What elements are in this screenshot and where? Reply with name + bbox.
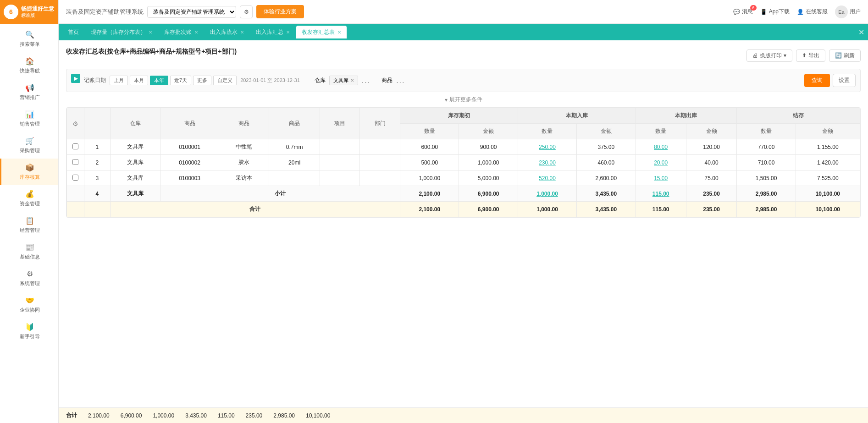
expand-more-label: 展开更多条件 (449, 96, 482, 104)
date-btn-上月[interactable]: 上月 (110, 76, 128, 85)
sidebar-item-purchase[interactable]: 🛒采购管理 (0, 132, 58, 159)
page-container: 收发存汇总表(按仓库+商品编码+商品+规格型号+项目+部门) 🖨 换版打印 ▾ … (59, 40, 868, 407)
row-checkbox[interactable] (67, 139, 84, 155)
row-out-qty[interactable]: 15.00 (636, 170, 686, 186)
date-btn-近7天[interactable]: 近7天 (170, 76, 191, 85)
tab-close-batch[interactable]: ✕ (194, 30, 198, 35)
sidebar-item-search[interactable]: 🔍搜索菜单 (0, 26, 58, 52)
row-select-checkbox[interactable] (72, 143, 78, 149)
row-checkbox[interactable] (67, 155, 84, 170)
row-checkbox[interactable] (67, 170, 84, 186)
date-btn-自定义[interactable]: 自定义 (213, 76, 237, 85)
sidebar-item-inventory[interactable]: 📦库存核算 (0, 159, 58, 185)
online-service-btn[interactable]: 👤 在线客服 (797, 8, 828, 16)
row-closing-amt: 1,420.00 (796, 155, 860, 170)
subtotal-warehouse: 文具库 (110, 186, 160, 202)
tab-close-in_out_summary[interactable]: ✕ (286, 30, 290, 35)
table-settings-icon[interactable]: ⚙ (72, 120, 78, 127)
user-avatar: Ea (835, 5, 848, 18)
row-select-checkbox[interactable] (72, 159, 78, 165)
print-btn[interactable]: 🖨 换版打印 ▾ (746, 49, 792, 62)
warehouse-tag[interactable]: 文具库 ✕ (329, 76, 358, 85)
enterprise-icon: 🤝 (25, 296, 34, 305)
row-out-qty[interactable]: 20.00 (636, 155, 686, 170)
goods-more-btn[interactable]: ... (396, 77, 405, 85)
row-project (320, 139, 360, 155)
row-in-qty[interactable]: 250.00 (518, 139, 576, 155)
tab-label-inventory_dist: 现存量（库存分布表） (91, 28, 146, 36)
tab-in_out_flow[interactable]: 出入库流水✕ (205, 26, 249, 38)
sidebar-item-enterprise[interactable]: 🤝企业协同 (0, 291, 58, 318)
sales-icon: 📊 (25, 110, 34, 119)
date-btn-更多[interactable]: 更多 (193, 76, 211, 85)
warehouse-tag-text: 文具库 (333, 77, 348, 84)
expand-more-btn[interactable]: ▾ 展开更多条件 (445, 96, 482, 104)
main-area: 装备及固定资产辅助管理系统 装备及固定资产辅助管理系统 ⚙ 体验行业方案 💬 消… (59, 0, 868, 423)
subtotal-in-amt: 3,435.00 (577, 186, 636, 202)
tab-batch[interactable]: 库存批次账✕ (159, 26, 204, 38)
sidebar-label-basic: 基础信息 (20, 253, 40, 260)
export-btn[interactable]: ⬆ 导出 (796, 49, 825, 62)
subtotal-in-qty[interactable]: 1,000.00 (518, 186, 576, 202)
system-select[interactable]: 装备及固定资产辅助管理系统 (147, 6, 236, 18)
refresh-icon: 🔄 (835, 52, 842, 59)
tab-home[interactable]: 首页 (62, 26, 84, 38)
data-table-container: ⚙ 仓库 商品 商品 商品 项目 部门 库存期初 本期入库 本期出库 (66, 107, 861, 218)
bottom-total-label: 合计 (66, 412, 77, 419)
sidebar-item-sales[interactable]: 📊销售管理 (0, 105, 58, 132)
filter-expand-arrow[interactable]: ▶ (71, 74, 80, 83)
refresh-btn[interactable]: 🔄 刷新 (829, 49, 861, 62)
subtotal-checkbox (67, 186, 84, 202)
query-btn[interactable]: 查询 (804, 74, 830, 87)
sidebar-item-system[interactable]: ⚙系统管理 (0, 265, 58, 291)
warehouse-tag-close[interactable]: ✕ (350, 78, 354, 83)
total-closing-amt: 10,100.00 (796, 202, 860, 217)
bottom-in-qty: 1,000.00 (153, 412, 174, 419)
service-icon: 👤 (797, 9, 804, 15)
tab-in_out_summary[interactable]: 出入库汇总✕ (250, 26, 295, 38)
tab-recv_send_summary[interactable]: 收发存汇总表✕ (296, 26, 347, 38)
sidebar-item-finance[interactable]: 💰资金管理 (0, 185, 58, 212)
total-spacer (84, 202, 111, 217)
trial-btn[interactable]: 体验行业方案 (256, 5, 304, 18)
marketing-icon: 📢 (25, 83, 34, 92)
total-out-amt: 235.00 (686, 202, 736, 217)
row-in-qty[interactable]: 230.00 (518, 155, 576, 170)
sidebar-item-guide[interactable]: 🔰新手引导 (0, 318, 58, 345)
tab-inventory_dist[interactable]: 现存量（库存分布表）✕ (85, 26, 158, 38)
date-btn-本月[interactable]: 本月 (130, 76, 148, 85)
sidebar: 6 畅捷通好生意 标准版 🔍搜索菜单🏠快捷导航📢营销推广📊销售管理🛒采购管理📦库… (0, 0, 59, 423)
bottom-closing-amt: 10,100.00 (306, 412, 330, 419)
subtotal-closing-amt: 10,100.00 (796, 186, 860, 202)
sidebar-item-quick[interactable]: 🏠快捷导航 (0, 52, 58, 79)
filter-settings-btn[interactable]: 设置 (833, 74, 856, 87)
date-btn-本年[interactable]: 本年 (150, 76, 168, 85)
notification-btn[interactable]: 💬 消息 6 (733, 8, 753, 16)
sidebar-item-marketing[interactable]: 📢营销推广 (0, 79, 58, 105)
col-goods-name-header: 商品 (219, 108, 269, 139)
row-closing-qty: 1,505.00 (737, 170, 796, 186)
data-table: ⚙ 仓库 商品 商品 商品 项目 部门 库存期初 本期入库 本期出库 (66, 108, 860, 217)
tab-close-recv_send_summary[interactable]: ✕ (337, 30, 341, 35)
row-out-qty[interactable]: 80.00 (636, 139, 686, 155)
tab-close-inventory_dist[interactable]: ✕ (149, 30, 152, 35)
guide-icon: 🔰 (25, 323, 34, 331)
tab-label-in_out_summary: 出入库汇总 (256, 28, 283, 36)
subtotal-out-qty[interactable]: 115.00 (636, 186, 686, 202)
close-all-tabs-btn[interactable]: ✕ (858, 28, 864, 37)
app-download-btn[interactable]: 📱 App下载 (760, 8, 790, 16)
sidebar-item-basic[interactable]: 📰基础信息 (0, 238, 58, 265)
total-label: 合计 (110, 202, 400, 217)
warehouse-more-btn[interactable]: ... (362, 77, 370, 85)
row-goods-code: 0100001 (160, 139, 219, 155)
col-settings[interactable]: ⚙ (67, 108, 84, 139)
sidebar-item-business[interactable]: 📋经营管理 (0, 212, 58, 238)
row-in-qty[interactable]: 520.00 (518, 170, 576, 186)
sidebar-label-business: 经营管理 (20, 227, 40, 234)
user-menu-btn[interactable]: Ea 用户 (835, 5, 861, 18)
app-title: 畅捷通好生意 (21, 5, 54, 13)
settings-icon[interactable]: ⚙ (240, 5, 253, 18)
chevron-down-icon: ▾ (784, 52, 786, 59)
row-select-checkbox[interactable] (72, 175, 78, 181)
tab-close-in_out_flow[interactable]: ✕ (240, 30, 244, 35)
